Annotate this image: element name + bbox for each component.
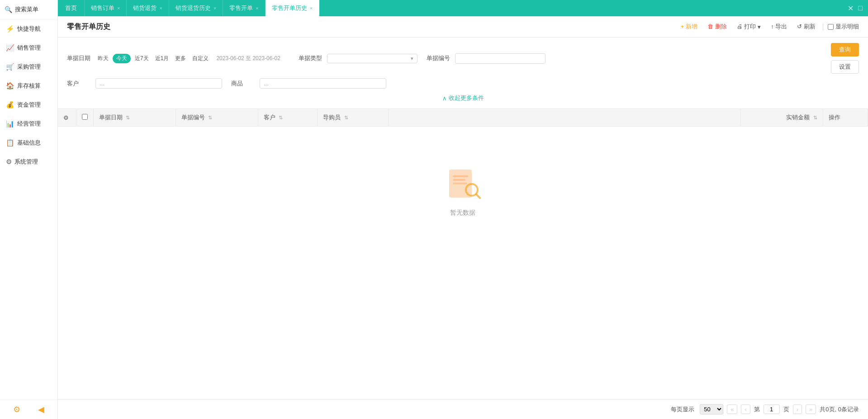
tab-retail-open-close[interactable]: ×	[256, 5, 258, 11]
th-date: 单据日期 ⇅	[93, 109, 175, 127]
sidebar-item-inventory[interactable]: 🏠 库存核算	[0, 76, 57, 95]
date-btn-last7[interactable]: 近7天	[133, 54, 151, 63]
date-btn-more[interactable]: 更多	[173, 54, 188, 63]
query-button[interactable]: 查询	[831, 43, 859, 56]
empty-illustration	[440, 163, 485, 203]
base-info-icon: 📋	[6, 139, 14, 147]
sidebar-item-sys-mgmt[interactable]: ⚙ 系统管理	[0, 152, 57, 171]
tab-sales-return-close[interactable]: ×	[159, 5, 162, 11]
sidebar-item-label: 基础信息	[17, 139, 41, 147]
operations-icon: 📊	[6, 120, 14, 128]
purchase-icon: 🛒	[6, 63, 14, 71]
sidebar-item-purchase-mgmt[interactable]: 🛒 采购管理	[0, 57, 57, 76]
sidebar-item-finance[interactable]: 💰 资金管理	[0, 95, 57, 114]
main-content: 首页 销售订单 × 销货退货 × 销货退货历史 × 零售开单 × 零售开单历史 …	[58, 0, 868, 419]
filter-row-1: 单据日期 昨天 今天 近7天 近1月 更多 自定义 2023-06-02 至 2…	[67, 43, 859, 74]
finance-icon: 💰	[6, 101, 14, 109]
restore-window-icon[interactable]: □	[858, 4, 863, 12]
tabs-bar: 首页 销售订单 × 销货退货 × 销货退货历史 × 零售开单 × 零售开单历史 …	[58, 0, 868, 16]
tab-home[interactable]: 首页	[58, 0, 85, 16]
sidebar-search-label: 搜索菜单	[15, 5, 38, 14]
per-page-select[interactable]: 50 10 20 100	[700, 404, 723, 414]
refresh-button[interactable]: ↺ 刷新	[794, 21, 818, 33]
filter-area: 单据日期 昨天 今天 近7天 近1月 更多 自定义 2023-06-02 至 2…	[58, 38, 868, 109]
prev-page-btn[interactable]: ‹	[741, 405, 750, 414]
sort-amount-icon[interactable]: ⇅	[813, 115, 817, 120]
th-amount: 实销金额 ⇅	[740, 109, 823, 127]
th-gear[interactable]: ⚙	[58, 109, 76, 127]
th-check[interactable]	[76, 109, 93, 127]
per-page-label: 每页显示	[671, 405, 694, 414]
th-spacer	[389, 109, 740, 127]
sidebar-item-label: 库存核算	[17, 82, 41, 90]
date-btn-yesterday[interactable]: 昨天	[95, 54, 111, 63]
next-page-btn[interactable]: ›	[793, 405, 802, 414]
th-customer-label: 客户	[264, 114, 275, 121]
filter-row-2: 客户 ... 商品 ...	[67, 78, 859, 89]
close-all-tabs-icon[interactable]: ✕	[848, 4, 854, 13]
sidebar-search[interactable]: 🔍 搜索菜单	[0, 0, 57, 19]
add-label: + 新增	[681, 23, 697, 31]
page-total: 共0页, 0条记录	[820, 405, 859, 414]
last-page-btn[interactable]: »	[806, 405, 816, 414]
add-button[interactable]: + 新增	[678, 21, 700, 33]
doc-no-input[interactable]	[455, 53, 545, 64]
sidebar-item-operations[interactable]: 📊 经营管理	[0, 114, 57, 133]
print-button[interactable]: 🖨 打印 ▾	[734, 21, 764, 33]
date-btn-last1month[interactable]: 近1月	[153, 54, 171, 63]
sidebar-item-sales-mgmt[interactable]: 📈 销售管理	[0, 38, 57, 57]
sort-guide-icon[interactable]: ⇅	[344, 115, 348, 120]
tab-sales-order-close[interactable]: ×	[117, 5, 120, 11]
svg-rect-1	[453, 175, 468, 177]
data-table: ⚙ 单据日期 ⇅ 单据编号 ⇅ 客户 ⇅	[58, 109, 868, 235]
sort-customer-icon[interactable]: ⇅	[279, 115, 283, 120]
tab-sales-order[interactable]: 销售订单 ×	[85, 0, 127, 16]
date-btn-today[interactable]: 今天	[113, 54, 131, 63]
sidebar-item-label: 经营管理	[17, 120, 41, 128]
doc-type-select[interactable]: ▾	[327, 54, 417, 63]
first-page-btn[interactable]: «	[727, 405, 737, 414]
tab-retail-open-history[interactable]: 零售开单历史 ×	[266, 0, 319, 16]
query-btn-group: 查询 设置	[831, 43, 859, 74]
customer-select[interactable]: ...	[95, 78, 222, 89]
date-btn-custom[interactable]: 自定义	[190, 54, 211, 63]
delete-button[interactable]: 🗑 删除	[705, 21, 730, 33]
collapse-sidebar-icon[interactable]: ◀	[38, 405, 44, 414]
goods-select[interactable]: ...	[260, 78, 386, 89]
sidebar-item-quick-nav[interactable]: ⚡ 快捷导航	[0, 19, 57, 38]
tabs-actions: ✕ □	[848, 4, 868, 13]
tab-retail-open[interactable]: 零售开单 ×	[223, 0, 265, 16]
date-filter-label: 单据日期	[67, 54, 92, 62]
tab-home-label: 首页	[65, 4, 77, 12]
export-button[interactable]: ↑ 导出	[768, 21, 790, 33]
th-action-label: 操作	[829, 114, 840, 121]
tab-retail-open-history-close[interactable]: ×	[310, 5, 313, 11]
gear-icon: ⚙	[63, 114, 69, 121]
show-detail-checkbox[interactable]	[828, 24, 834, 30]
tab-sales-return[interactable]: 销货退货 ×	[127, 0, 169, 16]
tab-sales-return-history[interactable]: 销货退货历史 ×	[169, 0, 223, 16]
customer-filter-label: 客户	[67, 80, 92, 88]
sort-doc-no-icon[interactable]: ⇅	[208, 115, 212, 120]
inventory-icon: 🏠	[6, 82, 14, 90]
sort-date-icon[interactable]: ⇅	[126, 115, 130, 120]
tab-retail-open-history-label: 零售开单历史	[272, 4, 307, 12]
tab-sales-return-history-close[interactable]: ×	[213, 5, 216, 11]
page-number-input[interactable]	[764, 405, 780, 414]
svg-line-5	[476, 194, 480, 198]
customer-placeholder: ...	[100, 80, 104, 87]
sidebar-item-label: 销售管理	[17, 44, 41, 52]
collapse-up-icon: ∧	[442, 95, 447, 102]
settings-footer-icon[interactable]: ⚙	[13, 405, 20, 414]
sidebar-item-label: 系统管理	[14, 158, 38, 166]
collapse-filter-btn[interactable]: ∧ 收起更多条件	[67, 93, 859, 106]
search-icon: 🔍	[5, 6, 12, 13]
setting-button[interactable]: 设置	[831, 60, 859, 74]
select-all-checkbox[interactable]	[82, 114, 88, 120]
th-amount-label: 实销金额	[786, 114, 810, 121]
sys-mgmt-icon: ⚙	[6, 158, 12, 166]
sidebar-item-base-info[interactable]: 📋 基础信息	[0, 133, 57, 152]
doc-type-arrow-icon: ▾	[411, 56, 413, 61]
th-action: 操作	[823, 109, 868, 127]
sidebar-menu: ⚡ 快捷导航 📈 销售管理 🛒 采购管理 🏠 库存核算 💰 资金管理 📊 经营管…	[0, 19, 57, 400]
